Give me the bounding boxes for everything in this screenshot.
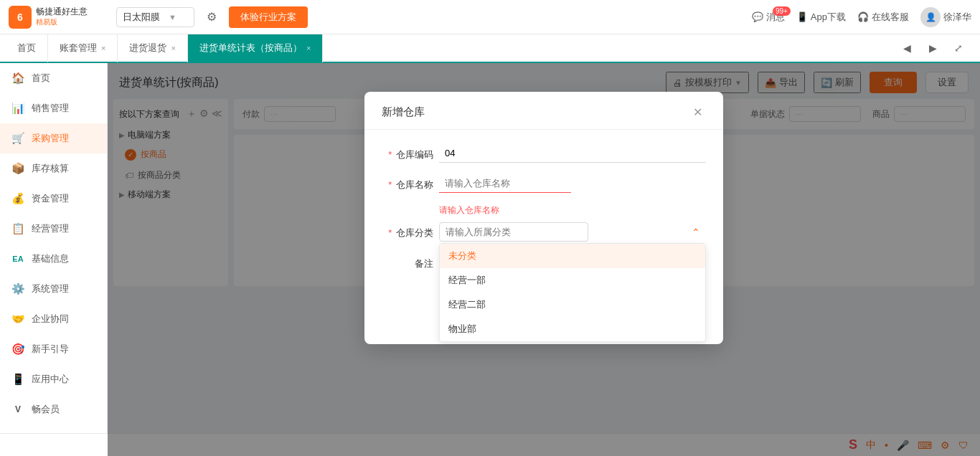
tab-home-label: 首页 [17, 42, 36, 54]
modal-title: 新增仓库 [382, 105, 425, 119]
sidebar-item-apps[interactable]: 📱 应用中心 [0, 364, 107, 394]
modal-header: 新增仓库 ✕ [364, 92, 723, 130]
dropdown-item-dept3[interactable]: 物业部 [440, 317, 705, 341]
tab-account-label: 账套管理 [60, 42, 97, 54]
tab-prev-icon[interactable]: ◀ [897, 38, 917, 58]
top-header: 6 畅捷通好生意 精易版 日太阳膜 ▼ ⚙ 体验行业方案 💬 消息 99+ 📱 … [0, 0, 980, 34]
logo-sub: 精易版 [36, 17, 88, 27]
header-search: 日太阳膜 ▼ ⚙ 体验行业方案 [116, 6, 752, 29]
sidebar-home-label: 首页 [32, 72, 50, 85]
chevron-down-icon: ▼ [169, 13, 176, 22]
tab-purchase-return-close[interactable]: × [171, 44, 175, 52]
user-area[interactable]: 👤 徐泽华 [920, 7, 971, 27]
modal-body: * 仓库编码 * 仓库名称 [364, 130, 723, 300]
tab-bar-right: ◀ ▶ ⤢ [897, 38, 974, 58]
sidebar-basic-label: 基础信息 [32, 252, 69, 265]
sidebar-item-finance[interactable]: 💰 资金管理 [0, 184, 107, 214]
category-input-wrap: ⌃ 未分类 经营一部 经营二部 [439, 222, 706, 242]
sales-icon: 📊 [11, 102, 24, 115]
sidebar-inventory-label: 库存核算 [32, 162, 69, 175]
sidebar-item-basic[interactable]: EA 基础信息 [0, 244, 107, 274]
warehouse-name-input[interactable] [439, 174, 571, 193]
header-search-select[interactable]: 日太阳膜 ▼ [116, 7, 194, 27]
logo-icon: 6 [9, 6, 32, 29]
required-mark-name: * [388, 179, 392, 190]
sidebar-sales-label: 销售管理 [32, 102, 69, 115]
name-error-message: 请输入仓库名称 [382, 204, 706, 217]
dropdown-item-dept1[interactable]: 经营一部 [440, 268, 705, 293]
sidebar-vip-label: 畅会员 [32, 403, 60, 416]
sidebar-apps-label: 应用中心 [32, 373, 69, 386]
app-download-label: App下载 [811, 11, 846, 24]
tab-account-close[interactable]: × [101, 44, 105, 52]
customer-service-area[interactable]: 🎧 在线客服 [857, 11, 909, 24]
try-industry-button[interactable]: 体验行业方案 [229, 6, 308, 28]
modal-close-button[interactable]: ✕ [689, 103, 706, 120]
avatar: 👤 [920, 7, 941, 27]
sidebar-item-home[interactable]: 🏠 首页 [0, 63, 107, 93]
operation-icon: 📋 [11, 222, 24, 235]
sidebar-item-purchase[interactable]: 🛒 采购管理 [0, 123, 107, 153]
username-label: 徐泽华 [943, 11, 971, 24]
category-dropdown-menu: 未分类 经营一部 经营二部 物业部 [439, 243, 706, 342]
tab-next-icon[interactable]: ▶ [923, 38, 943, 58]
enterprise-icon: 🤝 [11, 313, 24, 326]
tab-bar: 首页 账套管理 × 进货退货 × 进货单统计表（按商品） × ◀ ▶ ⤢ [0, 34, 980, 63]
search-value: 日太阳膜 [123, 11, 160, 24]
name-label: * 仓库名称 [382, 174, 439, 191]
home-icon: 🏠 [11, 72, 24, 85]
sidebar-item-system[interactable]: ⚙️ 系统管理 [0, 274, 107, 304]
sidebar-item-vip[interactable]: V 畅会员 [0, 394, 107, 424]
dropdown-item-dept2[interactable]: 经营二部 [440, 293, 705, 317]
tab-account[interactable]: 账套管理 × [48, 34, 118, 62]
tab-purchase-return-label: 进货退货 [129, 42, 166, 54]
tab-home[interactable]: 首页 [6, 34, 48, 62]
inventory-icon: 📦 [11, 162, 24, 175]
purchase-icon: 🛒 [11, 132, 24, 145]
message-icon: 💬 [752, 11, 763, 22]
tab-purchase-stats[interactable]: 进货单统计表（按商品） × [188, 34, 323, 62]
sidebar-item-operation[interactable]: 📋 经营管理 [0, 214, 107, 244]
sidebar-finance-label: 资金管理 [32, 192, 69, 205]
notification-badge: 99+ [773, 6, 791, 16]
sidebar-guide-label: 新手引导 [32, 343, 69, 356]
sidebar-item-guide[interactable]: 🎯 新手引导 [0, 334, 107, 364]
vip-icon: V [11, 403, 24, 416]
category-dropdown-arrow[interactable]: ⌃ [692, 227, 700, 238]
sidebar-item-inventory[interactable]: 📦 库存核算 [0, 153, 107, 184]
gear-button[interactable]: ⚙ [200, 6, 223, 29]
dropdown-item-unclassified[interactable]: 未分类 [440, 244, 705, 268]
apps-icon: 📱 [11, 373, 24, 386]
tab-purchase-stats-label: 进货单统计表（按商品） [199, 42, 302, 54]
logo-text-block: 畅捷通好生意 精易版 [36, 6, 88, 28]
tab-purchase-stats-close[interactable]: × [306, 44, 311, 52]
sidebar-enterprise-label: 企业协同 [32, 313, 69, 326]
name-input-wrap [439, 174, 706, 193]
logo-text: 畅捷通好生意 [36, 6, 88, 18]
system-icon: ⚙️ [11, 282, 24, 295]
logo-area: 6 畅捷通好生意 精易版 [9, 6, 116, 29]
warehouse-code-input[interactable] [439, 144, 706, 163]
sidebar-system-label: 系统管理 [32, 282, 69, 295]
sidebar-item-enterprise[interactable]: 🤝 企业协同 [0, 304, 107, 334]
main-layout: 🏠 首页 📊 销售管理 🛒 采购管理 📦 库存核算 💰 资金管理 📋 经营管理 … [0, 63, 980, 456]
headset-icon: 🎧 [857, 11, 869, 22]
form-row-name: * 仓库名称 [382, 174, 706, 193]
notification-area[interactable]: 💬 消息 99+ [752, 11, 785, 24]
customer-service-label: 在线客服 [872, 11, 909, 24]
remark-label: 备注 [382, 253, 439, 270]
tab-expand-icon[interactable]: ⤢ [948, 38, 969, 58]
content-area: 进货单统计(按商品) 🖨 按模板打印 ▼ 📤 导出 🔄 刷新 查询 设置 [108, 63, 980, 456]
modal-overlay[interactable]: 新增仓库 ✕ * 仓库编码 * [108, 63, 980, 456]
finance-icon: 💰 [11, 192, 24, 205]
category-input[interactable] [439, 222, 588, 242]
basic-info-icon: EA [11, 252, 24, 265]
sidebar-item-sales[interactable]: 📊 销售管理 [0, 93, 107, 123]
sidebar-purchase-label: 采购管理 [32, 132, 69, 145]
mobile-icon: 📱 [796, 11, 808, 22]
required-mark-code: * [388, 149, 392, 160]
sidebar-operation-label: 经营管理 [32, 222, 69, 235]
tab-purchase-return[interactable]: 进货退货 × [118, 34, 187, 62]
app-download-area[interactable]: 📱 App下载 [796, 11, 846, 24]
category-label: * 仓库分类 [382, 222, 439, 239]
